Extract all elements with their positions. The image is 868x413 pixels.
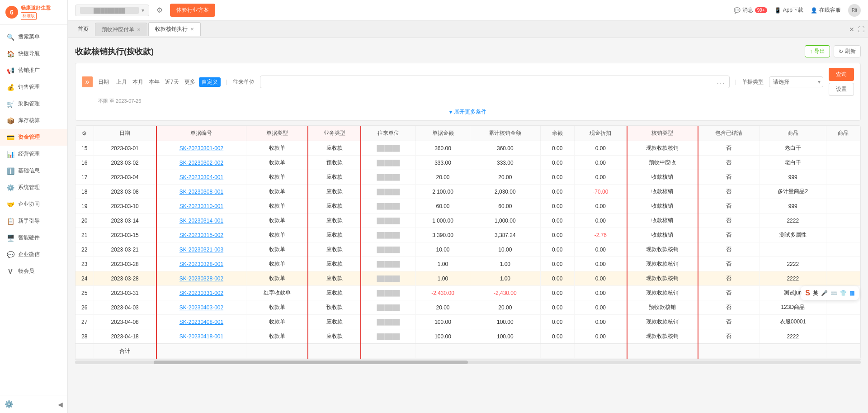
col-goods: 商品 xyxy=(760,126,826,141)
sidebar-item-label: 库存核算 xyxy=(18,117,40,124)
sidebar-item-system[interactable]: ⚙️ 系统管理 xyxy=(0,179,67,196)
workspace-name: █████████ xyxy=(80,7,139,14)
user-avatar[interactable]: Rit xyxy=(848,4,861,17)
date-filter-btns: 上月 本月 本年 近7天 更多 自定义 xyxy=(114,77,221,87)
enterprise-icon: 🤝 xyxy=(6,201,14,208)
tab-prepay[interactable]: 预收冲应付单 ✕ xyxy=(95,23,147,36)
sidebar-item-label: 采购管理 xyxy=(18,100,40,108)
doc-type-select[interactable]: 请选择 xyxy=(769,76,823,87)
table-row: 272023-04-08SK-20230408-001收款单应收款██████1… xyxy=(75,315,860,329)
chevron-down-icon: ▾ xyxy=(142,7,144,14)
operations-icon: 📊 xyxy=(6,151,14,158)
top-header: █████████ ▾ ⚙ 体验行业方案 💬 消息 99+ 📱 App下载 👤 … xyxy=(68,0,868,21)
table-sum-row: 合计 xyxy=(75,344,860,359)
date-btn-more[interactable]: 更多 xyxy=(183,77,197,87)
sidebar-item-label: 基础信息 xyxy=(18,167,40,175)
sidebar-item-guide[interactable]: 📋 新手引导 xyxy=(0,213,67,229)
inventory-icon: 📦 xyxy=(6,117,14,124)
finance-icon: 💳 xyxy=(6,134,14,141)
collapse-btn[interactable]: ◀ xyxy=(58,401,63,408)
sidebar-item-search[interactable]: 🔍 搜索菜单 xyxy=(0,28,67,45)
sidebar-item-marketing[interactable]: 📢 营销推广 xyxy=(0,62,67,79)
app-download-label: App下载 xyxy=(783,6,803,14)
basic-icon: ℹ️ xyxy=(6,167,14,175)
sidebar-item-operations[interactable]: 📊 经营管理 xyxy=(0,146,67,162)
service-icon: 👤 xyxy=(811,7,817,14)
tab-collection-label: 收款核销执行 xyxy=(155,25,188,33)
hardware-icon: 🖥️ xyxy=(6,234,14,242)
date-btn-custom[interactable]: 自定义 xyxy=(199,77,221,87)
table-row: 212023-03-15SK-20230315-002收款单应收款██████3… xyxy=(75,228,860,242)
partner-filter-input[interactable]: ... xyxy=(260,76,730,88)
tab-collection-close[interactable]: ✕ xyxy=(190,27,194,32)
export-icon: ↑ xyxy=(810,48,812,55)
sidebar-item-label: 智能硬件 xyxy=(18,234,40,242)
expand-more-button[interactable]: ▾ 展开更多条件 xyxy=(449,108,486,116)
sidebar-item-purchase[interactable]: 🛒 采购管理 xyxy=(0,95,67,112)
table-row: 222023-03-21SK-20230321-003收款单应收款██████1… xyxy=(75,242,860,257)
sidebar-item-finance[interactable]: 💳 资金管理 xyxy=(0,129,67,146)
sidebar-item-label: 销售管理 xyxy=(18,83,40,91)
sidebar-item-quick-nav[interactable]: 🏠 快捷导航 xyxy=(0,45,67,62)
sidebar-item-member[interactable]: V 畅会员 xyxy=(0,263,67,280)
date-btn-last-month[interactable]: 上月 xyxy=(114,77,129,87)
sidebar-item-basic[interactable]: ℹ️ 基础信息 xyxy=(0,162,67,179)
date-btn-this-year[interactable]: 本年 xyxy=(147,77,161,87)
page-actions: ↑ 导出 ↻ 刷新 xyxy=(805,45,861,57)
online-service-action[interactable]: 👤 在线客服 xyxy=(811,6,841,14)
sidebar-item-label: 畅会员 xyxy=(18,267,34,275)
col-balance: 余额 xyxy=(540,126,574,141)
table-row: 242023-03-28SK-20230328-002收款单应收款██████1… xyxy=(75,271,860,286)
sidebar-item-inventory[interactable]: 📦 库存核算 xyxy=(0,112,67,129)
filter-expand-btn[interactable]: » xyxy=(82,76,93,87)
purchase-icon: 🛒 xyxy=(6,100,14,108)
tab-home[interactable]: 首页 xyxy=(71,23,95,36)
sidebar-item-enterprise[interactable]: 🤝 企业协同 xyxy=(0,196,67,213)
app-download-action[interactable]: 📱 App下载 xyxy=(774,6,803,14)
col-gear[interactable]: ⚙ xyxy=(75,126,94,141)
table-row: 172023-03-04SK-20230304-001收款单应收款██████2… xyxy=(75,170,860,185)
col-partner: 往来单位 xyxy=(361,126,415,141)
industry-solution-btn[interactable]: 体验行业方案 xyxy=(170,4,215,17)
home-icon: 🏠 xyxy=(6,50,14,57)
table-row: 152023-03-01SK-20230301-002收款单应收款██████3… xyxy=(75,141,860,156)
tab-prepay-close[interactable]: ✕ xyxy=(137,27,141,32)
scroll-bar[interactable] xyxy=(75,359,861,365)
sidebar-item-sales[interactable]: 💰 销售管理 xyxy=(0,79,67,95)
messages-action[interactable]: 💬 消息 99+ xyxy=(734,6,767,14)
table-header-row: ⚙ 日期 单据编号 单据类型 业务类型 往来单位 单据金额 累计核销金额 余额 … xyxy=(75,126,860,141)
member-icon: V xyxy=(6,268,14,275)
col-date: 日期 xyxy=(94,126,156,141)
filter-setting-button[interactable]: 设置 xyxy=(829,83,854,96)
table-row: 202023-03-14SK-20230314-001收款单应收款██████1… xyxy=(75,214,860,228)
search-icon: 🔍 xyxy=(6,33,14,41)
col-goods2: 商品 xyxy=(826,126,860,141)
filter-row: » 日期 上月 本月 本年 近7天 更多 自定义 | 往来单位 ... | 单据… xyxy=(82,68,854,96)
tab-close-all-btn[interactable]: ✕ xyxy=(849,26,854,33)
sidebar-item-wechat[interactable]: 💬 企业微信 xyxy=(0,246,67,263)
user-display: Rit xyxy=(852,8,857,13)
col-cash-discount: 现金折扣 xyxy=(574,126,627,141)
col-amount: 单据金额 xyxy=(416,126,470,141)
sidebar-item-label: 搜索菜单 xyxy=(18,33,40,41)
gear-button[interactable]: ⚙ xyxy=(155,4,165,16)
export-button[interactable]: ↑ 导出 xyxy=(805,45,830,57)
expand-more-row: ▾ 展开更多条件 xyxy=(82,108,854,116)
table-row: 262023-04-03SK-20230403-002收款单预收款██████2… xyxy=(75,300,860,315)
settings-btn[interactable]: ⚙️ xyxy=(5,400,14,408)
tab-fullscreen-btn[interactable]: ⛶ xyxy=(858,26,864,33)
corner-widget: S 英 🎤 ⌨️ 👕 ▦ xyxy=(801,286,859,300)
workspace-selector[interactable]: █████████ ▾ xyxy=(75,5,149,16)
refresh-button[interactable]: ↻ 刷新 xyxy=(834,45,861,57)
table-row: 162023-03-02SK-20230302-002收款单预收款██████3… xyxy=(75,156,860,170)
tab-bar-actions: ✕ ⛶ xyxy=(849,26,864,33)
filter-bar: » 日期 上月 本月 本年 近7天 更多 自定义 | 往来单位 ... | 单据… xyxy=(75,63,861,121)
query-button[interactable]: 查询 xyxy=(829,68,854,81)
date-btn-7days[interactable]: 近7天 xyxy=(163,77,181,87)
app-icon: 6 xyxy=(5,6,18,19)
sidebar-item-hardware[interactable]: 🖥️ 智能硬件 xyxy=(0,229,67,246)
table-row: 282023-04-18SK-20230418-001收款单应收款██████1… xyxy=(75,329,860,344)
mobile-icon: 📱 xyxy=(774,7,781,14)
tab-collection[interactable]: 收款核销执行 ✕ xyxy=(148,22,201,36)
date-btn-this-month[interactable]: 本月 xyxy=(131,77,145,87)
